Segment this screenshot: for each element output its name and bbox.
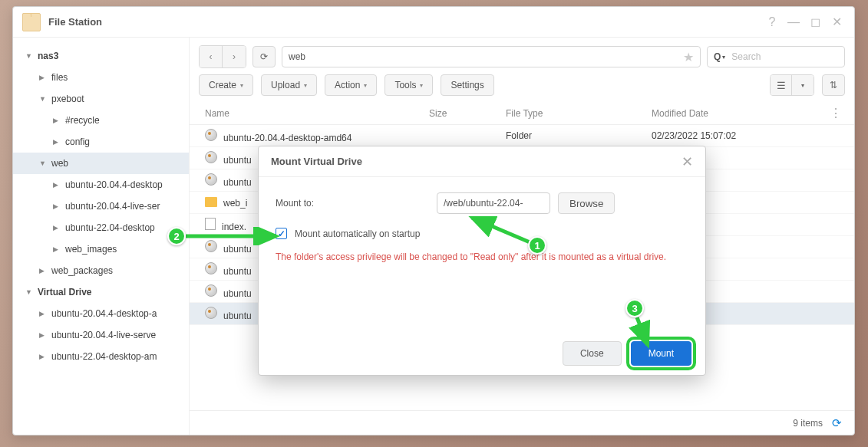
- expand-icon: ▼: [39, 159, 47, 167]
- tree-label: ubuntu-22.04-desktop: [65, 222, 155, 233]
- modal-footer: Close Mount: [259, 332, 705, 375]
- expand-icon: ▶: [53, 202, 61, 210]
- search-icon: Q: [714, 51, 721, 62]
- nav-toolbar: ‹ › ⟳ web ★ Q▾ Search: [190, 38, 854, 68]
- tree-label: web: [51, 158, 68, 169]
- upload-button[interactable]: Upload▾: [261, 74, 317, 96]
- tree-label: ubuntu-20.04.4-live-ser: [65, 201, 160, 212]
- col-menu-icon[interactable]: ⋮: [805, 106, 854, 120]
- expand-icon: ▶: [53, 224, 61, 232]
- modal-close-icon[interactable]: ✕: [682, 153, 693, 170]
- reload-button[interactable]: ⟳: [252, 46, 276, 67]
- app-title: File Station: [48, 16, 102, 28]
- expand-icon: ▶: [39, 331, 47, 339]
- tree-label: ubuntu-20.04.4-desktop-a: [51, 308, 157, 319]
- path-text: web: [289, 51, 305, 62]
- browse-button[interactable]: Browse: [558, 192, 615, 214]
- disc-icon: [205, 129, 217, 141]
- expand-icon: ▼: [39, 95, 47, 103]
- expand-icon: ▼: [25, 52, 33, 60]
- file-name: ubuntu: [223, 155, 252, 166]
- close-button[interactable]: Close: [563, 341, 622, 366]
- mount-button[interactable]: Mount: [631, 341, 691, 366]
- sidebar-vitem[interactable]: ▶ubuntu-20.04.4-live-serve: [13, 324, 189, 346]
- item-count: 9 items: [793, 418, 823, 429]
- action-button[interactable]: Action▾: [325, 74, 377, 96]
- expand-icon: ▼: [25, 288, 33, 296]
- help-button[interactable]: ?: [764, 14, 781, 31]
- status-reload-icon[interactable]: ⟳: [832, 416, 842, 430]
- settings-button[interactable]: Settings: [441, 74, 493, 96]
- tools-button[interactable]: Tools▾: [384, 74, 433, 96]
- auto-mount-checkbox[interactable]: ✓: [276, 228, 287, 239]
- create-button[interactable]: Create▾: [199, 74, 253, 96]
- sidebar-item-web[interactable]: ▼web: [13, 153, 189, 174]
- sidebar-item-web-images[interactable]: ▶web_images: [13, 238, 189, 260]
- file-name: ubuntu: [223, 266, 252, 277]
- disc-icon: [205, 307, 217, 319]
- file-name: ubuntu: [223, 244, 252, 255]
- view-dropdown-button[interactable]: ▾: [792, 75, 814, 95]
- tree-label: ubuntu-20.04.4-desktop: [65, 179, 163, 190]
- warning-text: The folder's access privilege will be ch…: [276, 250, 688, 265]
- sidebar-item-ubuntu-22-04-desktop[interactable]: ▶ubuntu-22.04-desktop: [13, 217, 189, 238]
- tree-label: #recycle: [65, 115, 100, 126]
- sidebar-item-config[interactable]: ▶config: [13, 131, 189, 153]
- forward-button[interactable]: ›: [223, 46, 246, 67]
- disc-icon: [205, 284, 217, 297]
- view-mode-group: ☰ ▾: [770, 74, 814, 96]
- modal-header: Mount Virtual Drive ✕: [259, 146, 705, 177]
- sidebar-item-pxeboot[interactable]: ▼pxeboot: [13, 88, 189, 110]
- modal-title: Mount Virtual Drive: [271, 156, 362, 167]
- minimize-button[interactable]: —: [785, 14, 802, 31]
- sidebar-item-ubuntu-20-04-4-live-ser[interactable]: ▶ubuntu-20.04.4-live-ser: [13, 196, 189, 217]
- sidebar-vitem[interactable]: ▶ubuntu-20.04.4-desktop-a: [13, 303, 189, 324]
- sidebar-item-web-packages[interactable]: ▶web_packages: [13, 260, 189, 281]
- tree-label: config: [65, 136, 90, 147]
- check-icon: ✓: [278, 228, 285, 239]
- sidebar-item--recycle[interactable]: ▶#recycle: [13, 110, 189, 131]
- tree-label: ubuntu-20.04.4-live-serve: [51, 330, 156, 340]
- titlebar: File Station ? — ◻ ✕: [13, 7, 854, 38]
- sort-button[interactable]: ⇅: [822, 74, 845, 96]
- expand-icon: ▶: [39, 74, 47, 81]
- close-button[interactable]: ✕: [828, 14, 845, 31]
- expand-icon: ▶: [53, 245, 61, 253]
- tree-label: files: [51, 72, 68, 83]
- maximize-button[interactable]: ◻: [807, 14, 823, 31]
- tree-section-virtual-drive[interactable]: ▼ Virtual Drive: [13, 281, 189, 303]
- sidebar-vitem[interactable]: ▶ubuntu-22.04-desktop-am: [13, 346, 189, 367]
- disc-icon: [205, 262, 217, 274]
- list-view-button[interactable]: ☰: [771, 75, 792, 95]
- file-name: ubuntu: [223, 177, 252, 188]
- back-button[interactable]: ‹: [200, 46, 223, 67]
- mount-to-input[interactable]: [437, 192, 550, 214]
- expand-icon: ▶: [39, 353, 47, 360]
- favorite-star-icon[interactable]: ★: [683, 50, 694, 64]
- sidebar-item-files[interactable]: ▶files: [13, 67, 189, 88]
- col-type-header[interactable]: File Type: [506, 108, 652, 119]
- expand-icon: ▶: [53, 117, 61, 124]
- tree-label: web_packages: [51, 265, 113, 276]
- action-toolbar: Create▾ Upload▾ Action▾ Tools▾ Settings …: [190, 68, 854, 102]
- search-placeholder: Search: [731, 51, 761, 62]
- sidebar-item-ubuntu-20-04-4-desktop[interactable]: ▶ubuntu-20.04.4-desktop: [13, 174, 189, 196]
- file-name: ubuntu-20.04.4-desktop-amd64: [223, 133, 351, 143]
- file-type: Folder: [506, 130, 652, 141]
- col-size-header[interactable]: Size: [429, 108, 506, 119]
- table-row[interactable]: ubuntu-20.04.4-desktop-amd64Folder02/23/…: [190, 125, 854, 147]
- sidebar: ▼ nas3 ▶files▼pxeboot▶#recycle▶config▼we…: [13, 38, 190, 435]
- nav-back-forward: ‹ ›: [199, 45, 246, 68]
- col-name-header[interactable]: Name: [199, 108, 429, 119]
- app-folder-icon: [22, 13, 41, 31]
- file-name: ubuntu: [223, 288, 252, 299]
- path-input[interactable]: web ★: [282, 46, 701, 67]
- expand-icon: ▶: [53, 138, 61, 146]
- expand-icon: ▶: [39, 310, 47, 317]
- tree-label: pxeboot: [51, 94, 84, 104]
- auto-mount-label: Mount automatically on startup: [295, 228, 420, 239]
- search-input[interactable]: Q▾ Search: [707, 46, 845, 67]
- col-date-header[interactable]: Modified Date: [652, 108, 805, 119]
- tree-root-nas3[interactable]: ▼ nas3: [13, 45, 189, 67]
- disc-icon: [205, 240, 217, 252]
